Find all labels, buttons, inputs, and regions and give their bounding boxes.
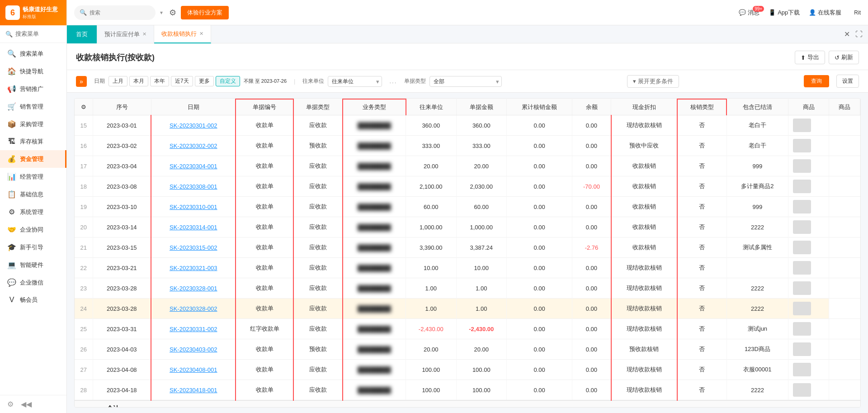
- sidebar-item-企业微信[interactable]: 💬企业微信: [0, 274, 66, 291]
- topbar-search-box[interactable]: 🔍: [74, 5, 156, 20]
- col-balance: 0.00: [507, 197, 572, 217]
- table-row[interactable]: 23 2023-03-28 SK-20230328-001 收款单 应收款 ██…: [75, 278, 860, 299]
- sidebar-item-新手引导[interactable]: 🎓新手引导: [0, 238, 66, 256]
- table-row[interactable]: 22 2023-03-21 SK-20230321-003 收款单 应收款 ██…: [75, 258, 860, 278]
- query-button[interactable]: 查询: [804, 75, 829, 87]
- col-settled: 否: [677, 339, 726, 360]
- sidebar-item-资金管理[interactable]: 💰资金管理: [0, 150, 66, 168]
- search-input[interactable]: [90, 9, 144, 16]
- table-row[interactable]: 16 2023-03-02 SK-20230302-002 收款单 预收款 ██…: [75, 136, 860, 156]
- tab-收款核销执行[interactable]: 收款核销执行✕: [154, 25, 211, 43]
- sidebar-item-系统管理[interactable]: ⚙系统管理: [0, 203, 66, 221]
- col-amount: 10.00: [406, 258, 456, 278]
- sidebar-item-畅会员[interactable]: V畅会员: [0, 291, 66, 309]
- partner-filter-group: 往来单位 往来单位: [302, 76, 382, 87]
- dropdown-arrow-icon[interactable]: ▾: [160, 9, 163, 16]
- col-discount: 0.00: [572, 156, 611, 176]
- col-settings-header[interactable]: ⚙: [75, 99, 93, 115]
- expand-conditions-btn[interactable]: ▾ 展开更多条件: [627, 75, 679, 88]
- table-row[interactable]: 18 2023-03-08 SK-20230308-001 收款单 应收款 ██…: [75, 176, 860, 197]
- refresh-button[interactable]: ↺ 刷新: [829, 51, 859, 64]
- sidebar-item-label: 采购管理: [20, 120, 43, 128]
- table-row[interactable]: 28 2023-04-18 SK-20230418-001 收款单 应收款 ██…: [75, 380, 860, 401]
- table-row[interactable]: 19 2023-03-10 SK-20230310-001 收款单 应收款 ██…: [75, 197, 860, 217]
- sidebar-item-基础信息[interactable]: 📋基础信息: [0, 185, 66, 203]
- table-row[interactable]: 20 2023-03-14 SK-20230314-001 收款单 应收款 ██…: [75, 217, 860, 237]
- table-row[interactable]: 26 2023-04-03 SK-20230403-002 收款单 预收款 ██…: [75, 339, 860, 360]
- table-row[interactable]: 25 2023-03-31 SK-20230331-002 红字收款单 应收款 …: [75, 319, 860, 339]
- col-goods: 999: [726, 156, 788, 176]
- app-download-item[interactable]: 📱 App下载: [769, 9, 800, 17]
- maximize-window-button[interactable]: ⛶: [854, 28, 864, 40]
- user-name[interactable]: Rit: [854, 9, 861, 16]
- col-doctype: 收款单: [236, 258, 293, 278]
- tab-close-icon[interactable]: ✕: [199, 31, 203, 37]
- col-goods2-header: 商品: [829, 99, 860, 115]
- col-amount: 20.00: [406, 339, 456, 360]
- col-goods: 2222: [726, 278, 788, 299]
- col-no: 28: [75, 380, 93, 401]
- table-row[interactable]: 27 2023-04-08 SK-20230408-001 收款单 应收款 ██…: [75, 360, 860, 380]
- sidebar-item-label: 快捷导航: [20, 67, 43, 76]
- sidebar-item-经营管理[interactable]: 📊经营管理: [0, 168, 66, 185]
- col-goods2: [788, 217, 829, 237]
- tab-首页[interactable]: 首页: [67, 25, 97, 43]
- sidebar-search[interactable]: 🔍 搜索菜单: [0, 25, 66, 43]
- col-docno: SK-20230403-002: [151, 339, 236, 360]
- col-docno-header: 单据编号: [236, 99, 293, 115]
- col-docno: SK-20230328-002: [151, 299, 236, 319]
- col-docno: SK-20230331-002: [151, 319, 236, 339]
- this-month-btn[interactable]: 本月: [129, 76, 148, 86]
- table-row[interactable]: 21 2023-03-15 SK-20230315-002 收款单 应收款 ██…: [75, 237, 860, 258]
- sidebar-icon: 📢: [7, 85, 16, 93]
- col-goods2: [788, 258, 829, 278]
- solution-button[interactable]: 体验行业方案: [181, 6, 229, 19]
- last-month-btn[interactable]: 上月: [108, 76, 127, 86]
- col-biztype: 应收款: [293, 197, 343, 217]
- sidebar-item-销售管理[interactable]: 🛒销售管理: [0, 98, 66, 115]
- sidebar-item-企业协同[interactable]: 🤝企业协同: [0, 221, 66, 238]
- tab-预计应应付单[interactable]: 预计应应付单✕: [97, 25, 154, 43]
- this-year-btn[interactable]: 本年: [150, 76, 169, 86]
- settings-icon[interactable]: ⚙: [7, 400, 14, 408]
- date-quick-buttons: 上月 本月 本年 近7天 更多 自定义: [108, 76, 240, 86]
- filter-toggle-button[interactable]: »: [76, 76, 87, 87]
- expand-icon: ▾: [633, 78, 636, 85]
- message-icon-item[interactable]: 💬 消息 99+: [739, 9, 760, 17]
- collapse-icon[interactable]: ◀◀: [21, 400, 32, 408]
- sidebar-item-智能硬件[interactable]: 💻智能硬件: [0, 256, 66, 274]
- online-service-item[interactable]: 👤 在线客服: [809, 9, 841, 17]
- tab-close-icon[interactable]: ✕: [142, 31, 146, 37]
- gear-icon[interactable]: ⚙: [169, 8, 176, 18]
- col-no: 16: [75, 136, 93, 156]
- sidebar-icon: 🎓: [7, 243, 16, 252]
- table-row[interactable]: 15 2023-03-01 SK-20230301-002 收款单 应收款 ██…: [75, 115, 860, 136]
- export-button[interactable]: ⬆ 导出: [795, 51, 825, 64]
- col-goods2: [788, 319, 829, 339]
- sidebar-item-库存核算[interactable]: 🏗库存核算: [0, 133, 66, 150]
- more-date-btn[interactable]: 更多: [195, 76, 214, 86]
- col-amount: 60.00: [406, 197, 456, 217]
- partner-select[interactable]: 往来单位: [328, 76, 382, 87]
- close-window-button[interactable]: ✕: [842, 28, 852, 40]
- search-icon: 🔍: [80, 9, 87, 16]
- sidebar-item-搜索菜单[interactable]: 🔍搜索菜单: [0, 45, 66, 62]
- data-table-wrap[interactable]: ⚙ 序号 日期 单据编号 单据类型 业务类型 往来单位 单据金额 累计核销金额 …: [74, 98, 861, 408]
- sidebar-item-营销推广[interactable]: 📢营销推广: [0, 80, 66, 98]
- col-settled: 否: [677, 380, 726, 401]
- col-no: 15: [75, 115, 93, 136]
- voucher-type-select[interactable]: 全部: [429, 76, 502, 87]
- sidebar-icon: 📊: [7, 172, 16, 181]
- col-verified: 1.00: [456, 299, 506, 319]
- col-date: 2023-03-08: [93, 176, 151, 197]
- last-7days-btn[interactable]: 近7天: [171, 76, 193, 86]
- custom-date-btn[interactable]: 自定义: [216, 76, 240, 86]
- col-verifytype: 预收款核销: [611, 339, 678, 360]
- settings-button[interactable]: 设置: [836, 75, 859, 88]
- table-row[interactable]: 17 2023-03-04 SK-20230304-001 收款单 应收款 ██…: [75, 156, 860, 176]
- col-no: 25: [75, 319, 93, 339]
- table-row[interactable]: 24 2023-03-28 SK-20230328-002 收款单 应收款 ██…: [75, 299, 860, 319]
- col-discount: 0.00: [572, 258, 611, 278]
- sidebar-item-快捷导航[interactable]: 🏠快捷导航: [0, 62, 66, 80]
- sidebar-item-采购管理[interactable]: 📦采购管理: [0, 115, 66, 133]
